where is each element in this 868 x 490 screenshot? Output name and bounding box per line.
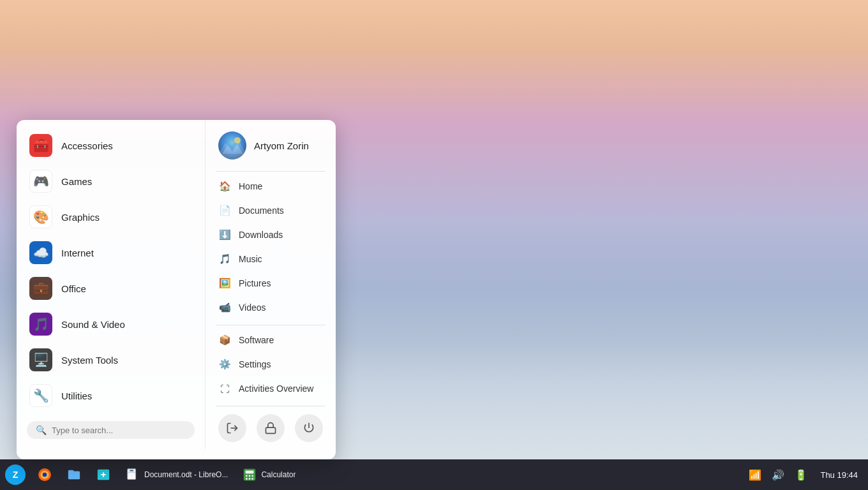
menu-item-accessories[interactable]: 🧰Accessories [17, 128, 205, 163]
settings-icon: ⚙️ [218, 358, 231, 371]
music-label: Music [239, 254, 262, 264]
menu-item-sound[interactable]: 🎵Sound & Video [17, 306, 205, 342]
sound-icon[interactable]: 🔊 [769, 466, 787, 484]
user-profile: Artyom Zorin [206, 120, 336, 168]
pictures-label: Pictures [239, 278, 271, 288]
music-icon: 🎵 [218, 253, 231, 265]
downloads-icon: ⬇️ [218, 228, 231, 241]
files-icon [66, 467, 82, 482]
right-item-documents[interactable]: 📄Documents [206, 198, 336, 223]
system-label: System Tools [61, 355, 118, 366]
right-item-settings[interactable]: ⚙️Settings [206, 352, 336, 376]
menu-body: 🧰Accessories🎮Games🎨Graphics☁️Internet💼Of… [17, 120, 336, 449]
software-icon: 📦 [218, 334, 231, 346]
documents-icon: 📄 [218, 204, 231, 217]
downloads-label: Downloads [239, 230, 283, 240]
menu-item-graphics[interactable]: 🎨Graphics [17, 199, 205, 235]
documents-label: Documents [239, 205, 284, 216]
right-item-home[interactable]: 🏠Home [206, 174, 336, 198]
home-icon: 🏠 [218, 180, 231, 193]
svg-point-19 [252, 478, 254, 480]
svg-point-18 [249, 478, 251, 480]
svg-point-14 [246, 475, 248, 477]
svg-point-3 [234, 137, 241, 144]
search-bar: 🔍 [17, 413, 205, 442]
search-input-wrap: 🔍 [27, 421, 195, 439]
taskbar-right: 📶 🔊 🔋 Thu 19:44 [746, 466, 863, 484]
divider-bot [216, 406, 326, 406]
zorin-logo: Z [13, 470, 19, 480]
right-item-activities[interactable]: ⛶Activities Overview [206, 376, 336, 401]
svg-rect-13 [246, 471, 254, 474]
taskbar-item-document[interactable]: Document.odt - LibreO... [119, 463, 234, 487]
internet-label: Internet [61, 248, 94, 258]
internet-icon: ☁️ [29, 241, 52, 264]
zorin-menu-button[interactable]: Z [5, 464, 26, 485]
search-icon: 🔍 [36, 425, 47, 435]
menu-item-office[interactable]: 💼Office [17, 271, 205, 306]
taskbar-item-files[interactable] [60, 463, 88, 487]
right-item-videos[interactable]: 📹Videos [206, 295, 336, 320]
right-item-software[interactable]: 📦Software [206, 328, 336, 352]
divider-top [216, 171, 326, 172]
svg-point-9 [43, 473, 47, 477]
software-label: Software [239, 335, 274, 345]
svg-point-16 [252, 475, 254, 477]
menu-item-internet[interactable]: ☁️Internet [17, 235, 205, 271]
right-items-bottom: 📦Software⚙️Settings⛶Activities Overview [206, 328, 336, 401]
home-label: Home [239, 181, 262, 191]
app-menu: 🧰Accessories🎮Games🎨Graphics☁️Internet💼Of… [17, 120, 336, 459]
utilities-icon: 🔧 [29, 384, 52, 407]
right-item-downloads[interactable]: ⬇️Downloads [206, 223, 336, 247]
accessories-icon: 🧰 [29, 134, 52, 157]
svg-point-17 [246, 478, 248, 480]
system-icon: 🖥️ [29, 348, 52, 371]
svg-point-15 [249, 475, 251, 477]
search-input[interactable] [52, 426, 186, 435]
lock-button[interactable] [257, 414, 285, 442]
sound-label: Sound & Video [61, 319, 125, 330]
software-center-icon [96, 467, 111, 482]
right-items-top: 🏠Home📄Documents⬇️Downloads🎵Music🖼️Pictur… [206, 174, 336, 320]
right-item-music[interactable]: 🎵Music [206, 247, 336, 271]
logout-button[interactable] [218, 414, 246, 442]
graphics-icon: 🎨 [29, 205, 52, 228]
activities-label: Activities Overview [239, 383, 313, 394]
divider-mid [216, 325, 326, 325]
user-name: Artyom Zorin [254, 140, 309, 151]
calculator-icon [242, 467, 257, 482]
utilities-label: Utilities [61, 390, 92, 401]
activities-icon: ⛶ [218, 382, 231, 395]
taskbar-items: Document.odt - LibreO...Calculator [31, 463, 302, 487]
taskbar-item-software-center[interactable] [89, 463, 117, 487]
pictures-icon: 🖼️ [218, 277, 231, 290]
document-icon [125, 467, 140, 482]
battery-icon[interactable]: 🔋 [792, 466, 810, 484]
action-buttons [206, 409, 336, 445]
taskbar-item-firefox[interactable] [31, 463, 59, 487]
menu-item-games[interactable]: 🎮Games [17, 163, 205, 199]
power-button[interactable] [295, 414, 323, 442]
firefox-icon [37, 467, 52, 482]
games-icon: 🎮 [29, 170, 52, 193]
calculator-label: Calculator [261, 470, 296, 479]
videos-icon: 📹 [218, 301, 231, 314]
menu-left-panel: 🧰Accessories🎮Games🎨Graphics☁️Internet💼Of… [17, 120, 206, 449]
menu-item-utilities[interactable]: 🔧Utilities [17, 378, 205, 413]
wifi-icon[interactable]: 📶 [746, 466, 764, 484]
accessories-label: Accessories [61, 140, 113, 151]
sound-icon: 🎵 [29, 313, 52, 336]
svg-rect-5 [266, 427, 276, 433]
document-label: Document.odt - LibreO... [144, 470, 228, 479]
office-label: Office [61, 283, 86, 294]
taskbar: Z Document.odt - LibreO...Calculator 📶 🔊… [0, 459, 868, 490]
menu-right-panel: Artyom Zorin 🏠Home📄Documents⬇️Downloads🎵… [206, 120, 336, 449]
office-icon: 💼 [29, 277, 52, 300]
settings-label: Settings [239, 359, 271, 369]
right-item-pictures[interactable]: 🖼️Pictures [206, 271, 336, 295]
taskbar-item-calculator[interactable]: Calculator [236, 463, 302, 487]
taskbar-left: Z Document.odt - LibreO...Calculator [5, 463, 746, 487]
menu-item-system[interactable]: 🖥️System Tools [17, 342, 205, 378]
graphics-label: Graphics [61, 212, 100, 223]
videos-label: Videos [239, 302, 266, 313]
